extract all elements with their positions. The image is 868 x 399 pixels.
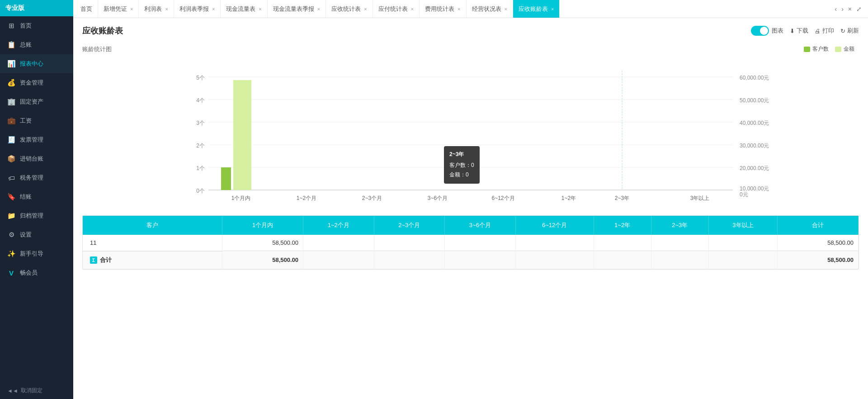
tab-close-icon[interactable]: × — [165, 6, 168, 12]
tab-label: 现金流量表 — [226, 5, 255, 13]
svg-text:0元: 0元 — [740, 191, 748, 198]
tab-new-voucher[interactable]: 新增凭证 × — [98, 0, 139, 18]
tab-close-icon[interactable]: × — [317, 6, 320, 12]
svg-text:5个: 5个 — [196, 75, 205, 81]
sidebar-item-label: 资金管理 — [20, 79, 43, 87]
tab-close-icon[interactable]: × — [551, 6, 554, 12]
tab-list: 首页 新增凭证 × 利润表 × 利润表季报 × 现金流量表 × 现金流量表季报 … — [75, 0, 830, 18]
tab-prev-button[interactable]: ‹ — [833, 5, 839, 14]
col-m3: 2~3个月 — [374, 216, 445, 235]
tab-close-icon[interactable]: × — [212, 6, 215, 12]
sidebar-item-ledger[interactable]: 📋 总账 — [0, 35, 73, 54]
tab-close-icon[interactable]: × — [458, 6, 460, 12]
svg-text:4个: 4个 — [196, 97, 205, 104]
sidebar-item-archive[interactable]: 📁 归档管理 — [0, 206, 73, 225]
print-icon: 🖨 — [815, 28, 821, 34]
tab-profit-quarterly[interactable]: 利润表季报 × — [174, 0, 221, 18]
bar-amount-1 — [233, 80, 251, 190]
sidebar-item-label: 税务管理 — [20, 174, 43, 182]
svg-text:10,000.00元: 10,000.00元 — [740, 185, 769, 192]
total-icon: Σ — [90, 256, 97, 264]
tab-close-icon[interactable]: × — [259, 6, 261, 12]
col-customer: 客户 — [83, 216, 222, 235]
cell-total-m2 — [303, 251, 374, 269]
settings-icon: ⚙ — [7, 231, 15, 239]
tab-close-icon[interactable]: × — [364, 6, 367, 12]
sidebar-item-label: 新手引导 — [20, 250, 43, 258]
tab-close-all-button[interactable]: × — [846, 5, 854, 14]
tab-label: 利润表 — [144, 5, 162, 13]
bar-customers-1 — [221, 167, 231, 190]
tab-ar-aging[interactable]: 应收账龄表 × — [513, 0, 560, 18]
cell-total-m7 — [651, 251, 708, 269]
svg-text:1个: 1个 — [196, 165, 205, 171]
sidebar-item-inventory[interactable]: 📦 进销台账 — [0, 149, 73, 168]
tab-home[interactable]: 首页 — [75, 0, 98, 18]
chart-toggle-label: 图表 — [772, 27, 783, 35]
sidebar-item-invoices[interactable]: 🧾 发票管理 — [0, 130, 73, 149]
download-button[interactable]: ⬇ 下载 — [790, 27, 808, 35]
cell-m3 — [374, 235, 445, 251]
col-m6: 1~2年 — [594, 216, 651, 235]
svg-text:3个: 3个 — [196, 120, 205, 126]
sidebar-item-label: 固定资产 — [20, 98, 43, 106]
home-icon: ⊞ — [7, 22, 15, 30]
col-m5: 6~12个月 — [515, 216, 594, 235]
sidebar-item-reports[interactable]: 📊 报表中心 — [0, 54, 73, 73]
tab-close-icon[interactable]: × — [130, 6, 133, 12]
funds-icon: 💰 — [7, 79, 15, 87]
legend-customers-color — [804, 47, 810, 52]
aging-table: 客户 1个月内 1~2个月 2~3个月 3~6个月 6~12个月 1~2年 2~… — [83, 216, 859, 269]
refresh-button[interactable]: ↻ 刷新 — [840, 27, 859, 35]
sidebar-item-vip[interactable]: V 畅会员 — [0, 263, 73, 282]
sidebar-item-settlement[interactable]: 🔖 结账 — [0, 187, 73, 206]
sidebar-item-tax[interactable]: 🏷 税务管理 — [0, 168, 73, 187]
svg-text:3年以上: 3年以上 — [690, 195, 710, 201]
tab-close-icon[interactable]: × — [411, 6, 414, 12]
tab-next-button[interactable]: › — [840, 5, 845, 14]
cell-m8 — [708, 235, 777, 251]
tab-ap-stats[interactable]: 应付统计表 × — [373, 0, 420, 18]
refresh-icon: ↻ — [840, 28, 845, 34]
assets-icon: 🏢 — [7, 98, 15, 106]
print-button[interactable]: 🖨 打印 — [815, 27, 834, 35]
cell-total-m3 — [374, 251, 445, 269]
col-m8: 3年以上 — [708, 216, 777, 235]
cell-m1: 58,500.00 — [222, 235, 303, 251]
invoices-icon: 🧾 — [7, 136, 15, 144]
tab-expense-stats[interactable]: 费用统计表 × — [420, 0, 466, 18]
table-row: 11 58,500.00 58,500.00 — [83, 235, 859, 251]
tax-icon: 🏷 — [7, 174, 15, 182]
tab-business-status[interactable]: 经营状况表 × — [467, 0, 513, 18]
sidebar-item-settings[interactable]: ⚙ 设置 — [0, 225, 73, 244]
ledger-icon: 📋 — [7, 41, 15, 49]
cell-m7 — [651, 235, 708, 251]
sidebar-item-assets[interactable]: 🏢 固定资产 — [0, 92, 73, 111]
cell-total-label: Σ 合计 — [83, 251, 222, 269]
sidebar-item-home[interactable]: ⊞ 首页 — [0, 16, 73, 35]
reports-icon: 📊 — [7, 60, 15, 68]
cell-total-m1: 58,500.00 — [222, 251, 303, 269]
tab-close-icon[interactable]: × — [505, 6, 507, 12]
sidebar-item-payroll[interactable]: 💼 工资 — [0, 111, 73, 130]
chart-area: 账龄统计图 客户数 金额 5个 4个 3个 2个 1个 0个 — [73, 41, 868, 211]
tab-ar-stats[interactable]: 应收统计表 × — [326, 0, 373, 18]
sidebar-item-guide[interactable]: ✨ 新手引导 — [0, 244, 73, 263]
cell-total-m8 — [708, 251, 777, 269]
table-total-row: Σ 合计 58,500.00 58,500.00 — [83, 251, 859, 269]
tab-cashflow[interactable]: 现金流量表 × — [221, 0, 267, 18]
cell-customer: 11 — [83, 235, 222, 251]
svg-text:0个: 0个 — [196, 188, 205, 194]
chart-toggle[interactable] — [751, 26, 769, 36]
sidebar: 专业版 ⊞ 首页 📋 总账 📊 报表中心 💰 资金管理 🏢 固定资产 💼 工资 … — [0, 0, 73, 399]
tab-profit[interactable]: 利润表 × — [139, 0, 174, 18]
tab-label: 经营状况表 — [472, 5, 501, 13]
tab-cashflow-quarterly[interactable]: 现金流量表季报 × — [268, 0, 326, 18]
col-m2: 1~2个月 — [303, 216, 374, 235]
sidebar-item-label: 工资 — [20, 117, 32, 125]
tab-expand-button[interactable]: ⤢ — [854, 5, 863, 14]
sidebar-item-funds[interactable]: 💰 资金管理 — [0, 73, 73, 92]
download-label: 下载 — [797, 27, 808, 35]
sidebar-item-label: 报表中心 — [20, 60, 43, 68]
sidebar-pin-toggle[interactable]: ◄◄ 取消固定 — [0, 382, 73, 399]
